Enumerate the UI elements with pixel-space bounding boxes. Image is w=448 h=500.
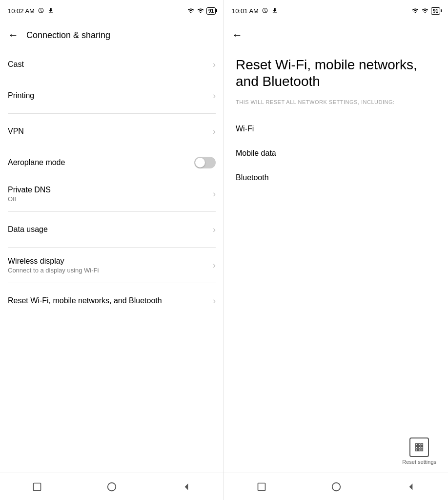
left-toolbar: ← Connection & sharing [0,21,224,49]
reset-settings-label: Reset settings [402,459,436,465]
right-home-button[interactable] [325,475,348,499]
reset-wifi-item[interactable]: Reset Wi-Fi, mobile networks, and Blueto… [0,285,224,316]
right-alarm-icon [262,7,268,14]
data-usage-title: Data usage [8,225,213,234]
reset-description: THIS WILL RESET ALL NETWORK SETTINGS, IN… [236,99,436,105]
wireless-display-item[interactable]: Wireless display Connect to a display us… [0,250,224,281]
left-recent-apps-button[interactable] [25,475,49,499]
right-back-nav-button[interactable] [399,475,423,499]
right-clock: 10:01 AM [232,7,259,15]
square-icon [32,482,42,492]
right-signal-icon [411,7,419,14]
left-time: 10:02 AM [8,7,54,15]
svg-point-1 [108,482,116,491]
vpn-chevron: › [213,126,216,137]
right-toolbar: ← [224,21,448,49]
signal-icon [187,7,195,14]
left-clock: 10:02 AM [8,7,35,15]
aeroplane-toggle-thumb [195,158,205,167]
svg-rect-0 [34,483,41,490]
printing-content: Printing [8,91,213,100]
cast-item[interactable]: Cast › [0,49,224,80]
vpn-title: VPN [8,127,213,136]
cast-content: Cast [8,60,213,69]
svg-rect-3 [258,483,265,490]
divider-2 [8,211,216,212]
left-battery: 91 [206,7,216,15]
right-download-icon [271,7,278,14]
private-dns-chevron: › [213,189,216,199]
right-recent-apps-button[interactable] [250,475,273,499]
reset-wifi-chevron: › [213,296,216,306]
private-dns-item[interactable]: Private DNS Off › [0,178,224,209]
right-back-button[interactable]: ← [232,29,243,42]
vpn-content: VPN [8,127,213,136]
bluetooth-reset-item: Bluetooth [236,166,436,190]
reset-icon [414,442,425,453]
right-circle-icon [331,481,342,492]
right-status-icons: 91 [411,7,440,15]
left-home-button[interactable] [100,475,123,499]
left-settings-list: Cast › Printing › VPN › Aeroplane mode [0,49,224,473]
right-back-triangle-icon [406,482,416,492]
reset-settings-button[interactable]: Reset settings [402,438,436,465]
wireless-display-content: Wireless display Connect to a display us… [8,257,213,274]
cast-chevron: › [213,60,216,70]
data-usage-item[interactable]: Data usage › [0,214,224,245]
back-triangle-icon [182,482,191,492]
right-wifi-icon [421,7,429,14]
wireless-display-chevron: › [213,260,216,271]
right-status-bar: 10:01 AM 91 [224,0,448,21]
private-dns-title: Private DNS [8,186,213,194]
left-phone-panel: 10:02 AM 91 ← Connection & sharing Cast … [0,0,224,500]
wifi-reset-item: Wi-Fi [236,117,436,141]
reset-wifi-content: Reset Wi-Fi, mobile networks, and Blueto… [8,296,213,305]
data-usage-chevron: › [213,225,216,235]
right-battery-level: 91 [433,8,438,14]
printing-chevron: › [213,91,216,101]
wireless-display-subtitle: Connect to a display using Wi-Fi [8,267,213,274]
aeroplane-title: Aeroplane mode [8,158,194,167]
private-dns-content: Private DNS Off [8,186,213,203]
reset-page-title: Reset Wi-Fi, mobile networks, and Blueto… [236,57,436,89]
aeroplane-toggle[interactable] [194,157,216,168]
left-back-button[interactable]: ← [8,29,19,42]
reset-content-area: Reset Wi-Fi, mobile networks, and Blueto… [224,49,448,432]
left-status-icons: 91 [187,7,216,15]
wifi-icon [197,7,204,14]
cast-title: Cast [8,60,213,69]
left-back-nav-button[interactable] [175,475,198,499]
divider-1 [8,113,216,114]
aeroplane-content: Aeroplane mode [8,158,194,167]
reset-settings-icon [409,438,429,457]
alarm-icon [38,7,44,14]
right-battery: 91 [431,7,440,15]
left-nav-bar [0,473,224,500]
wireless-display-title: Wireless display [8,257,213,266]
aeroplane-item[interactable]: Aeroplane mode [0,147,224,178]
right-nav-bar [224,473,448,500]
download-icon [47,7,54,14]
printing-title: Printing [8,91,213,100]
left-status-bar: 10:02 AM 91 [0,0,224,21]
divider-3 [8,247,216,248]
right-time: 10:01 AM [232,7,278,15]
private-dns-subtitle: Off [8,195,213,203]
mobile-data-reset-item: Mobile data [236,141,436,166]
data-usage-content: Data usage [8,225,213,234]
right-square-icon [257,482,266,492]
printing-item[interactable]: Printing › [0,80,224,111]
circle-icon [106,481,117,492]
reset-wifi-title: Reset Wi-Fi, mobile networks, and Blueto… [8,296,213,305]
divider-4 [8,283,216,283]
svg-marker-2 [184,483,188,490]
right-phone-panel: 10:01 AM 91 ← Reset Wi-Fi, mobile networ… [224,0,448,500]
left-battery-level: 91 [208,8,214,14]
svg-marker-5 [409,483,412,490]
svg-point-4 [332,482,340,491]
vpn-item[interactable]: VPN › [0,116,224,147]
reset-button-area: Reset settings [224,432,448,473]
left-page-title: Connection & sharing [26,30,110,41]
